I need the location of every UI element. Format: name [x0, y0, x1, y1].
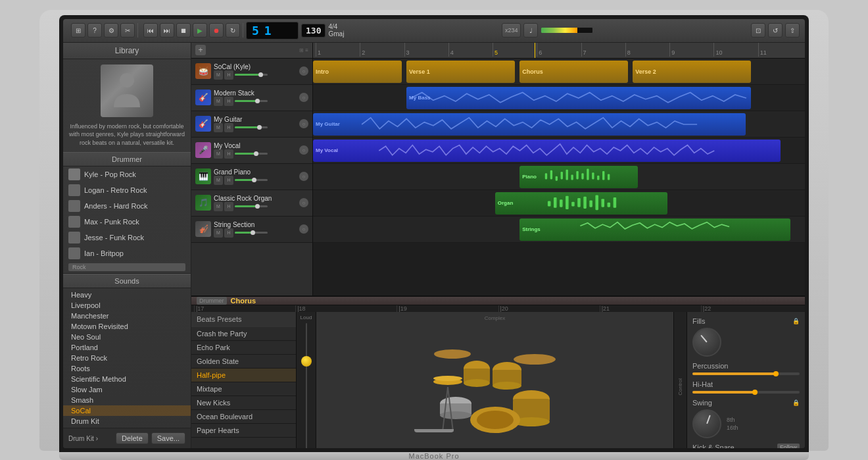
list-item-socal[interactable]: SoCal	[63, 405, 191, 416]
scissors-btn[interactable]: ✂	[120, 23, 135, 38]
play-btn[interactable]: ▶	[193, 23, 207, 38]
arrangement-block-piano[interactable]: Piano	[519, 166, 638, 188]
headphone-button[interactable]: H	[224, 70, 233, 80]
preset-item[interactable]: Ocean Boulevard	[191, 410, 296, 424]
add-track-button[interactable]: +	[195, 45, 206, 55]
loop-btn[interactable]: ↺	[768, 23, 783, 38]
arrangement-block-vocal[interactable]: My Vocal	[313, 140, 781, 162]
svg-rect-15	[554, 197, 557, 207]
list-item[interactable]: Max - Punk Rock	[63, 214, 191, 230]
svg-rect-19	[577, 198, 581, 207]
list-item[interactable]: Retro Rock	[63, 353, 191, 363]
headphone-button[interactable]: H	[224, 176, 233, 185]
arrangement-block-guitar[interactable]: My Guitar	[313, 113, 746, 136]
list-item[interactable]: Drum Kit	[63, 416, 191, 426]
arrangement-block-verse1[interactable]: Verse 1	[406, 61, 515, 83]
record-btn[interactable]: ⏺	[209, 23, 224, 38]
track-settings-btn[interactable]: ○	[299, 93, 308, 102]
preset-item-halfpipe[interactable]: Half-pipe	[191, 369, 296, 382]
list-item[interactable]: Jesse - Funk Rock	[63, 230, 191, 245]
tracks-content[interactable]: Intro Verse 1 Chorus	[313, 59, 805, 296]
delete-button[interactable]: Delete	[116, 432, 149, 444]
arrangement-block-verse2[interactable]: Verse 2	[633, 61, 751, 83]
preset-item[interactable]: Paper Hearts	[191, 424, 296, 438]
headphone-button[interactable]: H	[224, 123, 233, 132]
list-item[interactable]: Kyle - Pop Rock	[63, 166, 191, 182]
arrangement-block-intro[interactable]: Intro	[313, 61, 402, 83]
tempo-display[interactable]: 130	[301, 24, 326, 38]
headphone-button[interactable]: H	[224, 97, 233, 106]
list-item[interactable]: Smash	[63, 395, 191, 405]
headphone-button[interactable]: H	[224, 228, 233, 238]
arrangement-block-bass[interactable]: My Bass	[406, 87, 751, 109]
toolbar-controls-group: ⊞ ? ⚙ ✂	[68, 23, 138, 38]
preset-item[interactable]: Golden State	[191, 355, 296, 369]
list-item[interactable]: Ian - Britpop	[63, 245, 191, 261]
headphone-button[interactable]: H	[224, 202, 233, 211]
stop-btn[interactable]: ⏹	[176, 23, 191, 38]
complexity-y-slider[interactable]	[306, 323, 307, 448]
track-volume-slider[interactable]	[235, 205, 268, 207]
track-volume-slider[interactable]	[235, 232, 268, 234]
list-item[interactable]: Heavy	[63, 290, 191, 300]
drummer-image	[101, 64, 153, 117]
preset-item[interactable]: Mixtape	[191, 382, 296, 396]
preset-item[interactable]: Echo Park	[191, 341, 296, 355]
track-volume-slider[interactable]	[235, 100, 268, 102]
settings-btn[interactable]: ⚙	[104, 23, 118, 38]
fills-knob[interactable]	[692, 328, 721, 357]
library-btn[interactable]: ⊞	[71, 23, 85, 38]
track-volume-slider[interactable]	[235, 74, 268, 76]
hihat-slider[interactable]	[692, 391, 800, 394]
mute-button[interactable]: M	[214, 97, 223, 106]
track-settings-btn[interactable]: ○	[299, 66, 308, 76]
kick-batter	[477, 411, 514, 429]
list-item[interactable]: Manchester	[63, 311, 191, 321]
mute-button[interactable]: M	[214, 149, 223, 159]
track-settings-btn[interactable]: ○	[299, 224, 308, 234]
mute-button[interactable]: M	[214, 123, 223, 132]
track-settings-btn[interactable]: ○	[299, 172, 308, 181]
beats-presets-panel: Beats Presets Crash the Party Echo Park …	[191, 312, 297, 448]
arrangement-block-strings[interactable]: Strings	[519, 218, 790, 241]
svg-rect-9	[587, 168, 589, 180]
list-item[interactable]: Portland	[63, 342, 191, 353]
svg-rect-5	[566, 169, 568, 180]
rewind-btn[interactable]: ⏮	[143, 23, 158, 38]
headphone-button[interactable]: H	[224, 149, 233, 159]
arrangement-block-chorus[interactable]: Chorus	[519, 61, 628, 83]
list-item[interactable]: Logan - Retro Rock	[63, 182, 191, 198]
list-item[interactable]: Slow Jam	[63, 384, 191, 395]
list-item[interactable]: Anders - Hard Rock	[63, 198, 191, 214]
track-name: Classic Rock Organ	[214, 195, 297, 202]
track-settings-btn[interactable]: ○	[299, 198, 308, 207]
save-button[interactable]: Save...	[151, 432, 185, 444]
ruler-item: |19	[397, 305, 498, 312]
list-item[interactable]: Motown Revisited	[63, 321, 191, 332]
info-btn[interactable]: ?	[87, 23, 102, 38]
browser-btn[interactable]: ⊡	[751, 23, 765, 38]
mute-button[interactable]: M	[214, 202, 223, 211]
track-settings-btn[interactable]: ○	[299, 145, 308, 155]
track-settings-btn[interactable]: ○	[299, 119, 308, 128]
preset-item[interactable]: Crash the Party	[191, 327, 296, 341]
mute-button[interactable]: M	[214, 176, 223, 185]
tuner-btn[interactable]: ♩	[523, 23, 538, 38]
list-item[interactable]: Liverpool	[63, 300, 191, 311]
cycle-btn[interactable]: ↻	[226, 23, 240, 38]
swing-knob[interactable]	[692, 409, 721, 438]
forward-btn[interactable]: ⏭	[160, 23, 174, 38]
track-area: + ⊞ ≡ 🥁 SoCal (Kyle) M	[191, 43, 805, 297]
track-volume-slider[interactable]	[235, 179, 268, 181]
export-btn[interactable]: ⇧	[785, 23, 800, 38]
track-volume-slider[interactable]	[235, 126, 268, 128]
list-item[interactable]: Scientific Method	[63, 374, 191, 384]
arrangement-block-organ[interactable]: Organ	[495, 192, 667, 215]
track-volume-slider[interactable]	[235, 153, 268, 155]
mute-button[interactable]: M	[214, 70, 223, 80]
list-item[interactable]: Neo Soul	[63, 332, 191, 342]
percussion-slider[interactable]	[692, 372, 800, 375]
preset-item[interactable]: New Kicks	[191, 396, 296, 410]
mute-button[interactable]: M	[214, 228, 223, 238]
list-item[interactable]: Roots	[63, 363, 191, 374]
